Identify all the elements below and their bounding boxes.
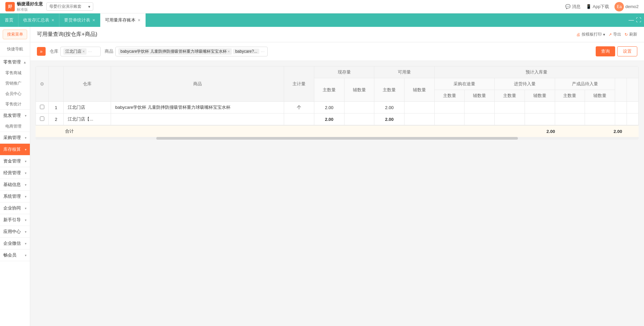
warehouse-input[interactable]: 江北门店 × ··· xyxy=(60,47,101,56)
tab-bar: 首页 收发存汇总表 ✕ 要货单统计表 ✕ 可用量库存账本 ✕ — ⛶ xyxy=(0,13,644,27)
sidebar-section-system-title[interactable]: 系统管理 ▾ xyxy=(0,191,30,202)
sidebar-section-newuser-title[interactable]: 新手引导 ▾ xyxy=(0,214,30,226)
row1-extra2 xyxy=(627,102,638,113)
col-incoming-sub: 辅数量 xyxy=(525,90,555,102)
sidebar-section-enterprise-title[interactable]: 企业协同 ▾ xyxy=(0,202,30,214)
row1-pur-main xyxy=(434,102,465,113)
product-tag: babycare学饮杯 儿童防摔防撞吸管杯重力球吸嘴杯宝宝水杯 × xyxy=(118,48,232,55)
row1-pur-sub xyxy=(465,102,495,113)
chevron-right-icon-5: ▾ xyxy=(25,171,26,175)
sidebar-section-purchase-title[interactable]: 采购管理 ▾ xyxy=(0,132,30,143)
tab-actions: — ⛶ xyxy=(626,13,644,27)
row2-avail-main: 2.00 xyxy=(374,113,405,125)
tab-close-receive-send[interactable]: ✕ xyxy=(51,18,54,22)
sidebar-item-marketing[interactable]: 营销推广 xyxy=(0,78,30,89)
row2-index: 2 xyxy=(49,113,64,125)
filter-action-btns: 查询 设置 xyxy=(596,46,637,56)
sidebar-section-inventory-title[interactable]: 库存核算 ▾ xyxy=(0,144,30,155)
sidebar-search-area: 搜索菜单 xyxy=(0,27,30,42)
logo-text: 畅捷通好生意 xyxy=(17,1,43,7)
col-purchase-main: 主数量 xyxy=(434,90,465,102)
col-available: 可用量 xyxy=(374,66,434,78)
sidebar-item-member[interactable]: 会员中心 xyxy=(0,89,30,99)
sidebar-section-finance-title[interactable]: 资金管理 ▾ xyxy=(0,155,30,167)
tab-receive-send[interactable]: 收发存汇总表 ✕ xyxy=(18,13,59,27)
setting-button[interactable]: 设置 xyxy=(617,46,637,56)
tab-home[interactable]: 首页 xyxy=(0,13,18,27)
tab-maximize-btn[interactable]: ⛶ xyxy=(636,17,641,23)
sidebar-section-operations-title[interactable]: 经营管理 ▾ xyxy=(0,167,30,179)
total-avail-main: 2.00 xyxy=(601,129,635,134)
product-remove-btn[interactable]: × xyxy=(228,49,230,53)
row2-checkbox[interactable] xyxy=(40,117,44,121)
message-btn[interactable]: 💬 消息 xyxy=(565,4,581,10)
tab-close-available-stock[interactable]: ✕ xyxy=(138,18,141,22)
product-more-btn[interactable]: ··· xyxy=(261,49,265,54)
col-current-stock: 现存量 xyxy=(314,66,374,78)
sidebar-section-vip-title[interactable]: 畅会员 ▾ xyxy=(0,249,30,261)
row2-curr-sub xyxy=(344,113,374,125)
refresh-btn[interactable]: ↻ 刷新 xyxy=(625,32,637,37)
sidebar: 搜索菜单 快捷导航 零售管理 ▲ 零售商城 营销推广 会员中心 零售统计 批发管… xyxy=(0,27,30,326)
print-btn[interactable]: 🖨 按模板打印 ▾ xyxy=(576,32,605,37)
row1-avail-sub xyxy=(405,102,435,113)
row2-warehouse: 江北门店【... xyxy=(64,113,111,125)
industry-select[interactable]: 母婴行业演示账套 ▾ xyxy=(46,2,93,11)
chevron-right-icon-10: ▾ xyxy=(25,230,26,234)
sidebar-section-wechat-title[interactable]: 企业微信 ▾ xyxy=(0,238,30,249)
col-unit: 主计量 xyxy=(284,66,314,102)
warehouse-more-btn[interactable]: ··· xyxy=(88,49,92,54)
chevron-right-icon-12: ▾ xyxy=(25,253,26,257)
tab-available-stock[interactable]: 可用量库存账本 ✕ xyxy=(100,13,146,27)
sidebar-section-system: 系统管理 ▾ xyxy=(0,191,30,202)
page-actions: 🖨 按模板打印 ▾ ↗ 导出 ↻ 刷新 xyxy=(576,32,637,37)
tab-minimize-btn[interactable]: — xyxy=(629,17,634,23)
sidebar-section-wholesale-title[interactable]: 批发管理 ▾ xyxy=(0,110,30,121)
col-production-sub: 辅数量 xyxy=(585,90,615,102)
product-input[interactable]: babycare学饮杯 儿童防摔防撞吸管杯重力球吸嘴杯宝宝水杯 × babyca… xyxy=(115,47,268,56)
user-profile[interactable]: Ea demo2 xyxy=(614,2,639,11)
row1-check[interactable] xyxy=(36,102,49,113)
warehouse-remove-btn[interactable]: × xyxy=(83,49,85,53)
scroll-thumb[interactable] xyxy=(156,137,518,140)
tab-order-stats[interactable]: 要货单统计表 ✕ xyxy=(59,13,100,27)
sidebar-item-quicknav[interactable]: 快捷导航 xyxy=(0,44,30,54)
tab-close-order-stats[interactable]: ✕ xyxy=(92,18,95,22)
row1-unit: 个 xyxy=(284,102,314,113)
col-avail-sub: 辅数量 xyxy=(405,78,435,102)
row2-avail-sub xyxy=(405,113,435,125)
chevron-right-icon-4: ▾ xyxy=(25,159,26,163)
app-download-btn[interactable]: 📱 App下载 xyxy=(586,4,609,10)
sidebar-item-retail-mall[interactable]: 零售商城 xyxy=(0,68,30,78)
phone-icon: 📱 xyxy=(586,4,591,9)
row1-checkbox[interactable] xyxy=(40,105,44,109)
export-btn[interactable]: ↗ 导出 xyxy=(608,32,621,37)
avatar: Ea xyxy=(614,2,624,11)
message-icon: 💬 xyxy=(565,4,571,9)
sidebar-section-retail-title[interactable]: 零售管理 ▲ xyxy=(0,56,30,68)
col-incoming-pending: 进货待入量 xyxy=(495,78,555,90)
sidebar-item-retail-stats[interactable]: 零售统计 xyxy=(0,99,30,109)
sidebar-nav: 快捷导航 xyxy=(0,42,30,56)
top-bar-left: 好 畅捷通好生意 标准版 母婴行业演示账套 ▾ xyxy=(5,1,93,12)
warehouse-label: 仓库 xyxy=(50,48,58,54)
sidebar-section-basics-title[interactable]: 基础信息 ▾ xyxy=(0,179,30,190)
table-container: ⚙ 仓库 商品 主计量 现存量 可用量 预计入库量 主数量 辅数量 主数量 xyxy=(36,66,639,140)
printer-icon: 🖨 xyxy=(576,32,580,37)
filter-expand-btn[interactable]: » xyxy=(37,47,46,56)
chevron-right-icon-8: ▾ xyxy=(25,206,26,210)
sidebar-section-inventory: 库存核算 ▾ xyxy=(0,144,30,155)
gear-icon[interactable]: ⚙ xyxy=(40,81,44,87)
row2-unit xyxy=(284,113,314,125)
scroll-bar[interactable] xyxy=(36,137,639,140)
sidebar-item-ecommerce[interactable]: 电商管理 xyxy=(0,121,30,132)
row1-curr-sub xyxy=(344,102,374,113)
row2-check[interactable] xyxy=(36,113,49,125)
sidebar-section-appstore-title[interactable]: 应用中心 ▾ xyxy=(0,226,30,237)
logo-icon: 好 xyxy=(5,2,15,11)
row1-curr-main: 2.00 xyxy=(314,102,344,113)
col-purchase-transit: 采购在途量 xyxy=(434,78,494,90)
query-button[interactable]: 查询 xyxy=(596,46,615,56)
chevron-right-icon-7: ▾ xyxy=(25,195,26,198)
sidebar-search-btn[interactable]: 搜索菜单 xyxy=(3,30,27,39)
